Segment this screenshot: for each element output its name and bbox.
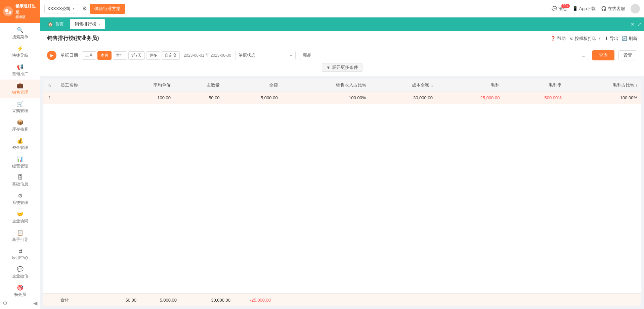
sidebar-label-system: 系统管理 [12,200,28,206]
help-button[interactable]: ❓ 帮助 [550,36,566,42]
sidebar-item-sales[interactable]: 💼 销售管理 [0,80,40,98]
sidebar-item-system[interactable]: ⚙ 系统管理 [0,190,40,208]
company-selector[interactable]: XXXXX公司 ▼ [44,4,78,13]
export-button[interactable]: ⬇ 导出 [605,36,618,42]
date-btn-last-month[interactable]: 上月 [82,51,96,60]
date-filter-group: 上月 本月 本年 近7天 更多 自定义 [82,51,180,60]
expand-filters-row: ▼ 展开更多条件 [47,63,637,72]
finance-icon: 💰 [17,138,24,144]
tab-home-label: 首页 [55,21,64,27]
sidebar-label-quicknav: 快捷导航 [12,53,28,58]
date-range-display: 2023-06-01 至 2023-06-30 [184,53,231,58]
sidebar-item-search[interactable]: 🔍 搜索菜单 [0,24,40,43]
filter-row: ▶ 单据日期 上月 本月 本年 近7天 更多 自定义 2023-06-01 至 … [47,50,637,60]
date-label: 单据日期 [60,52,78,58]
status-filter-label: 单据状态 [238,52,288,58]
print-button[interactable]: 🖨 按模板打印 ▼ [569,36,601,42]
system-icon: ⚙ [18,193,23,199]
company-chevron-icon: ▼ [72,7,75,10]
sidebar-label-inventory: 库存核算 [12,126,28,132]
sidebar-item-marketing[interactable]: 📢 营销推广 [0,61,40,80]
query-button[interactable]: 查询 [592,50,614,60]
date-btn-more[interactable]: 更多 [146,51,160,60]
marketing-icon: 📢 [17,64,24,70]
member-icon: 🎯 [17,285,24,291]
sidebar-item-wechat[interactable]: 💬 企业微信 [0,263,40,282]
cost-info-icon[interactable]: ℹ [431,83,433,87]
sidebar-label-collab: 企业协同 [12,218,28,224]
sidebar-label-wechat: 企业微信 [12,273,28,279]
topbar-right: 💬 消息 99+ 📱 App下载 🎧 在线客服 [552,4,640,13]
sidebar-item-guide[interactable]: 📋 新手引导 [0,227,40,245]
help-label: 帮助 [557,36,566,42]
sidebar-item-inventory[interactable]: 📦 库存核算 [0,116,40,135]
message-icon: 💬 [552,6,557,11]
tab-close-icon[interactable]: × [98,22,100,26]
date-btn-7days[interactable]: 近7天 [128,51,145,60]
trial-button[interactable]: 体验行业方案 [90,4,125,14]
goods-filter[interactable]: 商品 … [300,51,588,60]
sidebar-label-finance: 资金管理 [12,145,28,151]
cell-amount: 5,000.00 [224,92,282,104]
settings-button[interactable]: 设置 [618,50,637,60]
sidebar-label-appcenter: 应用中心 [12,255,28,261]
sidebar-item-member[interactable]: 🎯 畅会员 [0,282,40,297]
app-download-label: App下载 [579,6,596,12]
export-icon: ⬇ [605,36,608,41]
collapse-icon[interactable]: ◀ [33,300,37,306]
date-btn-this-year[interactable]: 本年 [113,51,127,60]
settings-bottom-icon[interactable]: ⚙ [3,300,7,306]
avatar[interactable] [631,4,640,13]
sidebar-item-quicknav[interactable]: ⚡ 快捷导航 [0,43,40,61]
filter-collapse-btn[interactable]: ▶ [47,51,56,60]
sidebar-label-management: 经营管理 [12,163,28,169]
cell-qty: 50.00 [175,92,224,104]
app-name: 畅康通好生意 [15,3,37,15]
sidebar-item-basics[interactable]: 🗄 基础信息 [0,172,40,190]
tab-close-window-icon[interactable]: ✕ [631,21,635,27]
app-download-icon: 📱 [572,6,578,11]
col-gross-rate: 毛利率 [504,79,565,92]
status-filter[interactable]: 单据状态 ▼ [235,51,296,60]
sidebar-item-appcenter[interactable]: 🖥 应用中心 [0,245,40,263]
col-gross: 毛利 [437,79,504,92]
goods-filter-label: 商品 [303,52,581,58]
sidebar-item-purchase[interactable]: 🛒 采购管理 [0,98,40,116]
table-body: 1 100.00 50.00 5,000.00 100.00% 30,000.0… [43,92,641,104]
sidebar-item-collab[interactable]: 🤝 企业协同 [0,208,40,227]
management-icon: 📊 [17,156,24,162]
page-title: 销售排行榜(按业务员) [47,35,99,42]
date-btn-this-month[interactable]: 本月 [97,51,112,60]
table-footer: 合计 50.00 5,000.00 30,000.00 -25,000.00 [43,293,641,306]
cell-cost: 30,000.00 [370,92,437,104]
sidebar-bottom: ⚙ ◀ [0,297,40,309]
sidebar-item-management[interactable]: 📊 经营管理 [0,153,40,172]
sidebar-item-finance[interactable]: 💰 资金管理 [0,135,40,153]
col-cost: 成本全额 ℹ [370,79,437,92]
table-header: ☆ 员工名称 平均单价 主数量 [43,79,641,92]
wechat-icon: 💬 [17,266,24,272]
date-btn-custom[interactable]: 自定义 [162,51,180,60]
tab-home[interactable]: 🏠 首页 [43,19,69,29]
app-download-item[interactable]: 📱 App下载 [572,6,596,12]
sidebar-label-purchase: 采购管理 [12,108,28,114]
online-service-item[interactable]: 🎧 在线客服 [601,6,625,12]
gross-pct-info-icon[interactable]: ℹ [636,83,637,87]
svg-point-1 [5,9,8,12]
refresh-button[interactable]: 🔄 刷新 [622,36,637,42]
sidebar-label-search: 搜索菜单 [12,34,28,40]
tab-sales-ranking[interactable]: 销售排行榜 × [70,19,105,29]
expand-filters-button[interactable]: ▼ 展开更多条件 [322,63,362,72]
cell-gross-pct: 100.00% [566,92,641,104]
col-settings[interactable]: ☆ [43,79,56,92]
guide-icon: 📋 [17,229,24,236]
print-icon: 🖨 [569,36,573,41]
sidebar-label-basics: 基础信息 [12,182,28,187]
message-item[interactable]: 💬 消息 99+ [552,6,567,12]
sidebar-nav: 🔍 搜索菜单 ⚡ 快捷导航 📢 营销推广 💼 销售管理 🛒 采购管理 📦 库存核… [0,23,40,297]
col-amount: 全额 [224,79,282,92]
table-row: 1 100.00 50.00 5,000.00 100.00% 30,000.0… [43,92,641,104]
tab-expand-icon[interactable]: ⤢ [637,21,641,27]
topbar-settings-icon[interactable]: ⚙ [82,5,87,12]
footer-cost: 30,000.00 [204,298,230,303]
